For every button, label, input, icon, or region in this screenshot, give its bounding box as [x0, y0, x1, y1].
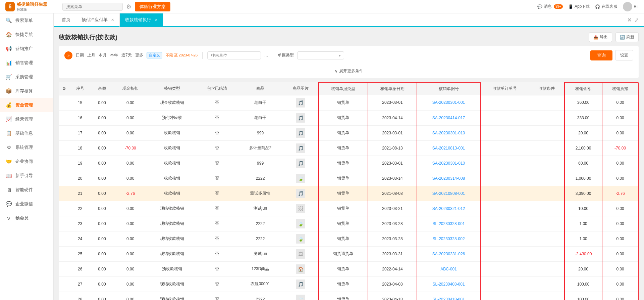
- search-input[interactable]: [62, 3, 123, 11]
- sidebar-label-inventory: 库存核算: [15, 88, 33, 94]
- user-item[interactable]: Rit: [623, 2, 639, 11]
- sidebar-item-system[interactable]: ⚙系统管理: [0, 140, 53, 155]
- sidebar-item-hardware[interactable]: 🖥智能硬件: [0, 183, 53, 197]
- last-month-link[interactable]: 上月: [87, 52, 95, 58]
- goods-image: 🖼: [296, 249, 305, 259]
- row-receipt-order-no: [480, 110, 529, 125]
- expand-button[interactable]: ∨ 展开更多条件: [335, 68, 363, 74]
- tab-close-prepay[interactable]: ✕: [111, 18, 114, 22]
- counterpart-input[interactable]: [207, 51, 261, 59]
- sidebar-item-search[interactable]: 🔍搜索菜单: [0, 13, 53, 28]
- row-write-off-discount: 0.00: [602, 216, 638, 231]
- row-write-off-discount: -2.76: [602, 186, 638, 201]
- solution-button[interactable]: 体验行业方案: [135, 2, 170, 11]
- row-write-off-no[interactable]: SL-20230418-001: [417, 292, 480, 300]
- sidebar-item-inventory[interactable]: 📦库存核算: [0, 84, 53, 98]
- row-write-off-date: 2023-04-18: [368, 292, 417, 300]
- main-layout: 🔍搜索菜单🏠快捷导航📢营销推广📊销售管理🛒采购管理📦库存核算💰资金管理📈经营管理…: [0, 13, 644, 300]
- sidebar-label-base: 基础信息: [15, 130, 33, 136]
- sidebar-item-base[interactable]: 📋基础信息: [0, 126, 53, 140]
- tab-collection[interactable]: 收款核销执行✕: [120, 13, 163, 27]
- row-write-off-amount: 2,100.00: [565, 140, 602, 156]
- last7-link[interactable]: 近7天: [121, 52, 132, 58]
- sidebar-item-guide[interactable]: 📖新手引导: [0, 169, 53, 183]
- row-settled: 否: [196, 125, 238, 140]
- this-year-link[interactable]: 本年: [110, 52, 118, 58]
- goods-image: 🎵: [296, 143, 305, 153]
- row-actions: [59, 246, 69, 261]
- row-write-off-no[interactable]: SA-20230414-017: [417, 110, 480, 125]
- query-button[interactable]: 查询: [590, 50, 612, 60]
- sidebar-item-nav[interactable]: 🏠快捷导航: [0, 28, 53, 42]
- row-goods: 测试多属性: [238, 186, 283, 201]
- receipt-type-select[interactable]: [297, 51, 344, 59]
- row-goods: 测试jun: [238, 201, 283, 216]
- sidebar-item-member[interactable]: V畅会员: [0, 211, 53, 225]
- row-write-off-discount: 0.00: [602, 156, 638, 171]
- this-month-link[interactable]: 本月: [99, 52, 107, 58]
- filter-toggle-button[interactable]: »: [64, 51, 72, 59]
- row-write-off-no[interactable]: SA-20230321-012: [417, 201, 480, 216]
- sidebar-icon-inventory: 📦: [5, 88, 12, 94]
- service-item[interactable]: 🎧 在线客服: [595, 4, 618, 9]
- row-write-off-no[interactable]: SA-20230301-010: [417, 156, 480, 171]
- service-label: 在线客服: [601, 4, 618, 9]
- message-item[interactable]: 💬 消息 99+: [537, 4, 563, 9]
- refresh-button[interactable]: 🔄 刷新: [615, 32, 639, 42]
- sidebar: 🔍搜索菜单🏠快捷导航📢营销推广📊销售管理🛒采购管理📦库存核算💰资金管理📈经营管理…: [0, 13, 54, 300]
- sidebar-item-sales[interactable]: 📊销售管理: [0, 56, 53, 70]
- maximize-icon[interactable]: ⤢: [634, 17, 639, 23]
- row-write-off-no[interactable]: SA-20230331-026: [417, 246, 480, 261]
- more-link[interactable]: 更多: [135, 52, 143, 58]
- tab-close-collection[interactable]: ✕: [155, 18, 158, 22]
- row-cash-discount: 0.00: [113, 276, 148, 292]
- message-label: 消息: [544, 4, 552, 9]
- row-goods-img: 🎵: [283, 125, 319, 140]
- row-cash-discount: 0.00: [113, 216, 148, 231]
- sidebar-item-purchase[interactable]: 🛒采购管理: [0, 70, 53, 84]
- tab-prepay[interactable]: 预付冲应付单✕: [76, 13, 120, 27]
- sidebar-item-finance[interactable]: 💰资金管理: [0, 98, 53, 112]
- row-write-off-no[interactable]: SA-20210813-001: [417, 140, 480, 156]
- row-no: 18: [69, 140, 91, 156]
- sidebar-item-business[interactable]: 📈经营管理: [0, 112, 53, 126]
- row-write-off-no[interactable]: SL-20230328-002: [417, 231, 480, 246]
- sidebar-label-business: 经营管理: [15, 116, 33, 122]
- goods-image: 🎵: [296, 113, 305, 123]
- row-write-off-date: 2023-03-14: [368, 171, 417, 186]
- row-receipt-condition: [529, 261, 565, 276]
- row-write-off-no[interactable]: SA-20230301-010: [417, 125, 480, 140]
- close-tab-icon[interactable]: ✕: [627, 17, 632, 23]
- row-write-off-no[interactable]: SL-20230408-001: [417, 276, 480, 292]
- tab-home[interactable]: 首页: [56, 13, 76, 27]
- row-write-off-discount: 0.00: [602, 231, 638, 246]
- row-write-off-no[interactable]: SA-20210808-001: [417, 186, 480, 201]
- row-write-off-amount: 1.00: [565, 231, 602, 246]
- row-cash-discount: 0.00: [113, 171, 148, 186]
- sidebar-item-wechat[interactable]: 💬企业微信: [0, 197, 53, 211]
- row-write-off-no[interactable]: ABC-001: [417, 261, 480, 276]
- row-actions: [59, 171, 69, 186]
- row-write-off-type: 现金收款核销: [148, 95, 196, 110]
- row-balance: 0.00: [91, 261, 113, 276]
- settings-icon[interactable]: ⚙: [126, 3, 131, 10]
- goods-image: 🍃: [296, 295, 305, 300]
- sidebar-label-marketing: 营销推广: [15, 46, 33, 52]
- row-receipt-condition: [529, 292, 565, 300]
- gear-column-header[interactable]: ⚙: [59, 82, 69, 95]
- sidebar-item-marketing[interactable]: 📢营销推广: [0, 42, 53, 56]
- row-goods: 999: [238, 156, 283, 171]
- export-button[interactable]: 📤 导出: [589, 32, 612, 42]
- row-settled: 否: [196, 292, 238, 300]
- row-write-off-no[interactable]: SL-20230328-001: [417, 216, 480, 231]
- row-cash-discount: 0.00: [113, 110, 148, 125]
- row-write-off-amount: 1,000.00: [565, 171, 602, 186]
- app-download-item[interactable]: 📱 App下载: [568, 4, 590, 9]
- custom-badge[interactable]: 自定义: [147, 52, 162, 58]
- row-write-off-doc-type: 销货单: [319, 231, 368, 246]
- row-goods-img: 🎵: [283, 276, 319, 292]
- sidebar-item-corp[interactable]: 🤝企业协同: [0, 155, 53, 169]
- row-write-off-no[interactable]: SA-20230301-001: [417, 95, 480, 110]
- row-write-off-no[interactable]: SA-20230314-008: [417, 171, 480, 186]
- filter-settings-button[interactable]: 设置: [615, 50, 633, 60]
